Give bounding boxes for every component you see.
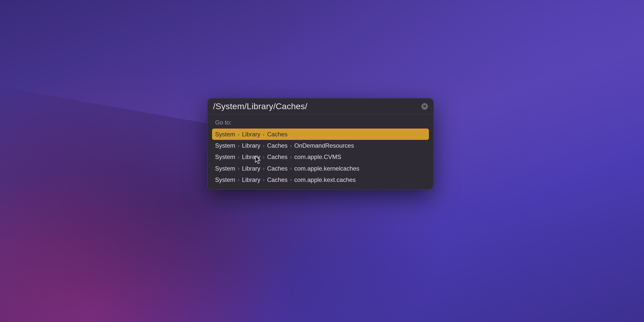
chevron-right-icon: › bbox=[262, 165, 265, 172]
chevron-right-icon: › bbox=[237, 131, 240, 138]
chevron-right-icon: › bbox=[262, 154, 265, 160]
chevron-right-icon: › bbox=[237, 142, 240, 149]
chevron-right-icon: › bbox=[290, 165, 292, 172]
path-segment: Library bbox=[242, 130, 260, 138]
suggestion-item[interactable]: System›Library›Caches›com.apple.CVMS bbox=[212, 151, 429, 163]
input-row bbox=[208, 98, 433, 114]
path-segment: com.apple.kernelcaches bbox=[294, 165, 359, 172]
section-label: Go to: bbox=[212, 118, 429, 129]
path-segment: System bbox=[215, 153, 235, 161]
path-segment: Caches bbox=[267, 153, 288, 161]
path-segment: Library bbox=[242, 176, 260, 184]
clear-button[interactable] bbox=[421, 103, 428, 110]
path-segment: Caches bbox=[267, 165, 288, 172]
suggestion-item[interactable]: System›Library›Caches›com.apple.kernelca… bbox=[212, 163, 429, 174]
path-segment: com.apple.kext.caches bbox=[294, 176, 356, 184]
path-segment: Caches bbox=[267, 130, 288, 138]
close-icon bbox=[423, 104, 426, 109]
suggestion-list: System›Library›CachesSystem›Library›Cach… bbox=[212, 129, 429, 185]
path-input[interactable] bbox=[213, 101, 320, 111]
path-segment: Caches bbox=[267, 176, 288, 184]
path-segment: System bbox=[215, 176, 235, 184]
chevron-right-icon: › bbox=[237, 154, 240, 160]
chevron-right-icon: › bbox=[262, 131, 265, 138]
chevron-right-icon: › bbox=[237, 176, 240, 183]
chevron-right-icon: › bbox=[290, 154, 292, 160]
path-segment: Library bbox=[242, 153, 260, 161]
path-segment: System bbox=[215, 130, 235, 138]
chevron-right-icon: › bbox=[290, 142, 292, 149]
path-segment: OnDemandResources bbox=[294, 142, 354, 149]
go-to-folder-dialog: Go to: System›Library›CachesSystem›Libra… bbox=[207, 98, 434, 190]
chevron-right-icon: › bbox=[237, 165, 240, 172]
suggestions-section: Go to: System›Library›CachesSystem›Libra… bbox=[208, 114, 433, 189]
path-segment: com.apple.CVMS bbox=[294, 153, 341, 161]
chevron-right-icon: › bbox=[262, 142, 265, 149]
path-segment: Caches bbox=[267, 142, 288, 149]
suggestion-item[interactable]: System›Library›Caches›OnDemandResources bbox=[212, 140, 429, 151]
suggestion-item[interactable]: System›Library›Caches bbox=[212, 129, 429, 140]
path-segment: Library bbox=[242, 165, 260, 172]
suggestion-item[interactable]: System›Library›Caches›com.apple.kext.cac… bbox=[212, 174, 429, 185]
path-segment: Library bbox=[242, 142, 260, 149]
chevron-right-icon: › bbox=[290, 176, 292, 183]
path-segment: System bbox=[215, 142, 235, 149]
path-segment: System bbox=[215, 165, 235, 172]
chevron-right-icon: › bbox=[262, 176, 265, 183]
